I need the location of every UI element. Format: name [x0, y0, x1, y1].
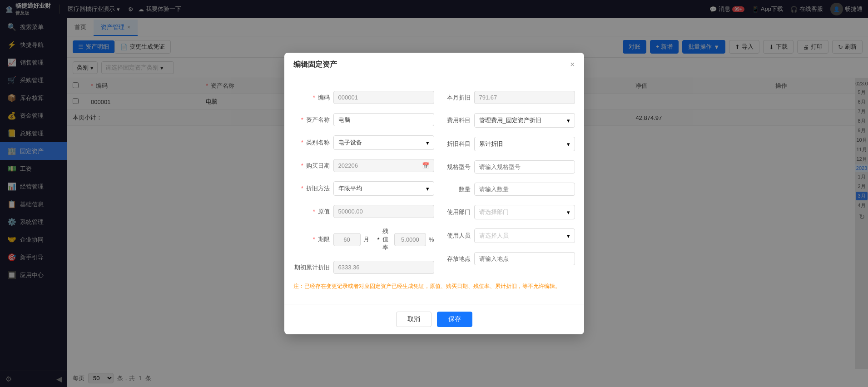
depreciation-subject-select[interactable]: 累计折旧 ▾ [474, 137, 575, 151]
residual-rate-input[interactable] [394, 233, 426, 246]
dialog-close-icon[interactable]: × [570, 60, 575, 69]
purchase-date-value: 202206 [338, 162, 422, 169]
use-dept-select[interactable]: 请选择部门 ▾ [474, 205, 575, 219]
use-dept-placeholder: 请选择部门 [479, 208, 565, 216]
depreciation-method-select[interactable]: 年限平均 ▾ [333, 181, 434, 196]
quantity-input[interactable] [474, 183, 575, 196]
monthly-depreciation-input [474, 91, 575, 104]
monthly-depreciation-label: 本月折旧 [434, 94, 471, 102]
form-row-initial-depreciation: 期初累计折旧 [293, 256, 434, 278]
depreciation-method-value: 年限平均 [338, 184, 424, 193]
purchase-date-label: * 购买日期 [293, 162, 330, 170]
save-button[interactable]: 保存 [437, 312, 472, 327]
form-row-quantity: 数量 [434, 178, 575, 200]
storage-label: 存放地点 [434, 255, 471, 263]
depreciation-method-dropdown-icon: ▾ [426, 185, 429, 192]
use-person-label: 使用人员 [434, 232, 471, 240]
use-person-placeholder: 请选择人员 [479, 232, 565, 240]
period-unit: 月 [363, 235, 369, 243]
use-person-select[interactable]: 请选择人员 ▾ [474, 228, 575, 243]
form-row-use-person: 使用人员 请选择人员 ▾ [434, 224, 575, 248]
dialog-footer: 取消 保存 [284, 304, 584, 334]
residual-rate-unit: % [429, 236, 434, 243]
model-label: 规格型号 [434, 163, 471, 171]
form-row-purchase-date: * 购买日期 202206 📅 [293, 154, 434, 177]
original-value-label: * 原值 [293, 208, 330, 216]
form-row-depreciation-method: * 折旧方法 年限平均 ▾ [293, 177, 434, 200]
form-right-col: 本月折旧 费用科目 管理费用_固定资产折旧 ▾ [434, 86, 575, 278]
form-row-monthly-depreciation: 本月折旧 [434, 86, 575, 109]
edit-fixed-asset-dialog: 编辑固定资产 × * 编码 [284, 53, 584, 334]
form-left-col: * 编码 * 资产名称 [293, 86, 434, 278]
dialog-overlay: 编辑固定资产 × * 编码 [0, 0, 868, 387]
use-dept-label: 使用部门 [434, 208, 471, 216]
category-name-value: 电子设备 [338, 139, 424, 147]
code-label: * 编码 [293, 94, 330, 102]
dialog-header: 编辑固定资产 × [284, 53, 584, 77]
asset-name-input[interactable] [333, 113, 434, 126]
form-grid: * 编码 * 资产名称 [293, 86, 575, 278]
form-row-period: * 期限 月 * 残值率 % [293, 223, 434, 256]
original-value-input[interactable] [333, 205, 434, 218]
depreciation-subject-label: 折旧科目 [434, 140, 471, 148]
expense-subject-value: 管理费用_固定资产折旧 [479, 116, 565, 124]
category-name-label: * 类别名称 [293, 139, 330, 147]
initial-depreciation-input[interactable] [333, 261, 434, 274]
form-row-original-value: * 原值 [293, 200, 434, 223]
cancel-button[interactable]: 取消 [396, 312, 432, 327]
form-row-expense-subject: 费用科目 管理费用_固定资产折旧 ▾ [434, 109, 575, 132]
depreciation-subject-value: 累计折旧 [479, 140, 565, 148]
residual-rate-label: 残值率 [382, 227, 392, 252]
form-row-use-dept: 使用部门 请选择部门 ▾ [434, 200, 575, 224]
code-input[interactable] [333, 91, 434, 104]
form-row-model: 规格型号 [434, 156, 575, 178]
dialog-body: * 编码 * 资产名称 [284, 77, 584, 303]
initial-depreciation-label: 期初累计折旧 [293, 263, 330, 272]
depreciation-method-label: * 折旧方法 [293, 184, 330, 193]
expense-subject-select[interactable]: 管理费用_固定资产折旧 ▾ [474, 113, 575, 128]
dialog-title: 编辑固定资产 [293, 60, 337, 69]
form-row-storage: 存放地点 [434, 248, 575, 270]
calendar-icon[interactable]: 📅 [422, 162, 429, 169]
dialog-note: 注：已经存在变更记录或者对应固定资产已经生成凭证，原值、购买日期、残值率、累计折… [293, 278, 575, 294]
period-label: * 期限 [293, 235, 330, 243]
category-name-select[interactable]: 电子设备 ▾ [333, 135, 434, 150]
category-dropdown-icon: ▾ [426, 139, 429, 146]
quantity-label: 数量 [434, 185, 471, 194]
use-person-dropdown-icon: ▾ [567, 233, 570, 239]
form-row-category: * 类别名称 电子设备 ▾ [293, 131, 434, 154]
model-input[interactable] [474, 160, 575, 174]
expense-subject-label: 费用科目 [434, 116, 471, 124]
depreciation-subject-dropdown-icon: ▾ [567, 141, 570, 148]
form-row-code: * 编码 [293, 86, 434, 109]
storage-input[interactable] [474, 252, 575, 265]
expense-subject-dropdown-icon: ▾ [567, 117, 570, 124]
period-input[interactable] [333, 233, 361, 246]
use-dept-dropdown-icon: ▾ [567, 209, 570, 216]
form-row-asset-name: * 资产名称 [293, 109, 434, 131]
period-group: 月 * 残值率 % [333, 227, 434, 252]
asset-name-label: * 资产名称 [293, 116, 330, 124]
form-row-depreciation-subject: 折旧科目 累计折旧 ▾ [434, 132, 575, 156]
